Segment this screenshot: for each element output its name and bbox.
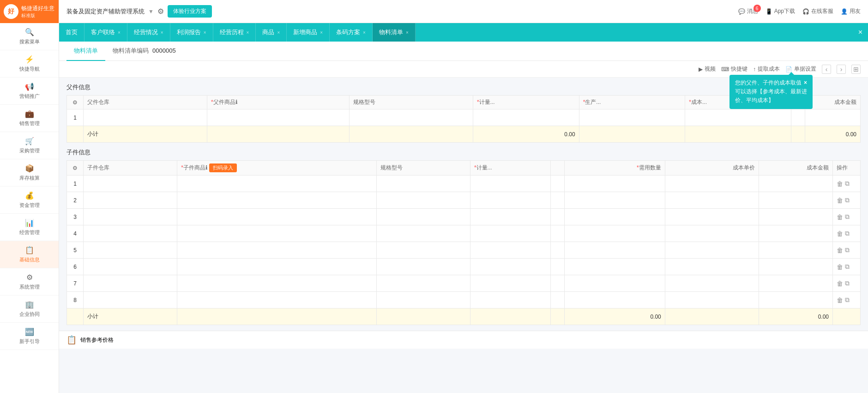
sidebar-item-search[interactable]: 🔍 搜索菜单 (0, 23, 59, 50)
tab-operation-history[interactable]: 经营历程× (213, 23, 256, 42)
child-row-7-cost-unit[interactable] (665, 275, 759, 292)
scroll-left-btn[interactable]: ‹ (822, 65, 831, 74)
sidebar-item-system[interactable]: ⚙ 系统管理 (0, 268, 59, 296)
tab-operation-status[interactable]: 经营情况× (127, 23, 170, 42)
video-tool[interactable]: ▶ 视频 (699, 65, 716, 73)
parent-row-1-goods[interactable] (207, 109, 350, 126)
child-row-1-spec[interactable] (376, 175, 470, 192)
sidebar-item-purchase[interactable]: 🛒 采购管理 (0, 132, 59, 159)
child-row-2-warehouse[interactable] (84, 192, 177, 209)
child-row-4-warehouse[interactable] (84, 225, 177, 242)
child-row-6-qty[interactable] (564, 259, 665, 275)
child-row-3-unit[interactable] (470, 209, 550, 225)
delete-icon-6[interactable]: 🗑 (837, 263, 843, 271)
parent-row-1-cost[interactable] (685, 109, 791, 126)
child-row-5-cost-unit[interactable] (665, 242, 759, 259)
child-row-8-qty[interactable] (564, 292, 665, 308)
online-support-item[interactable]: 🎧 在线客服 (802, 7, 833, 15)
parent-row-1-production[interactable] (579, 109, 685, 126)
close-operation-history[interactable]: × (247, 30, 249, 35)
copy-icon-1[interactable]: ⧉ (845, 180, 850, 187)
user-item[interactable]: 👤 用友 (841, 7, 861, 15)
child-row-8-cost-unit[interactable] (665, 292, 759, 308)
child-row-5-unit[interactable] (470, 242, 550, 259)
close-new-goods[interactable]: × (320, 30, 323, 35)
shortcut-tool[interactable]: ⌨ 快捷键 (721, 65, 747, 73)
sidebar-item-inventory[interactable]: 📦 库存核算 (0, 159, 59, 187)
child-row-8-warehouse[interactable] (84, 292, 177, 308)
child-row-1-goods[interactable] (177, 175, 376, 192)
delete-icon-4[interactable]: 🗑 (837, 230, 843, 237)
child-row-8-unit[interactable] (470, 292, 550, 308)
tab-barcode[interactable]: 条码方案× (330, 23, 373, 42)
copy-icon-7[interactable]: ⧉ (845, 279, 850, 287)
extract-cost-tool[interactable]: ↑ 提取成本 (753, 65, 780, 73)
child-row-5-goods[interactable] (177, 242, 376, 259)
parent-row-1-unit[interactable] (473, 109, 579, 126)
close-barcode[interactable]: × (363, 30, 366, 35)
tab-new-goods[interactable]: 新增商品× (287, 23, 330, 42)
scroll-right-btn[interactable]: › (837, 65, 846, 74)
child-row-7-unit[interactable] (470, 275, 550, 292)
close-customer[interactable]: × (118, 30, 121, 35)
child-row-1-cost-unit[interactable] (665, 175, 759, 192)
sidebar-item-basic-info[interactable]: 📋 基础信息 (0, 241, 59, 268)
child-row-1-unit[interactable] (470, 175, 550, 192)
copy-icon-3[interactable]: ⧉ (845, 213, 850, 221)
sidebar-item-quick-nav[interactable]: ⚡ 快捷导航 (0, 50, 59, 78)
child-row-4-spec[interactable] (376, 225, 470, 242)
tab-close-all[interactable]: × (853, 28, 868, 36)
copy-icon-2[interactable]: ⧉ (845, 196, 850, 204)
child-row-3-cost-unit[interactable] (665, 209, 759, 225)
tab-bom[interactable]: 物料清单× (373, 23, 416, 42)
delete-icon-5[interactable]: 🗑 (837, 247, 843, 254)
sidebar-item-guide[interactable]: 🆕 新手引导 (0, 323, 59, 350)
child-row-1-qty[interactable] (564, 175, 665, 192)
sidebar-item-enterprise[interactable]: 🏢 企业协同 (0, 296, 59, 323)
close-bom[interactable]: × (406, 30, 409, 35)
close-operation-status[interactable]: × (161, 30, 163, 35)
sidebar-item-finance[interactable]: 💰 资金管理 (0, 187, 59, 214)
child-row-6-cost-unit[interactable] (665, 259, 759, 275)
child-row-7-spec[interactable] (376, 275, 470, 292)
child-row-7-qty[interactable] (564, 275, 665, 292)
sub-tab-bom-list[interactable]: 物料清单 (66, 42, 105, 61)
child-row-6-goods[interactable] (177, 259, 376, 275)
child-row-3-qty[interactable] (564, 209, 665, 225)
tab-profit-report[interactable]: 利润报告× (170, 23, 213, 42)
copy-icon-8[interactable]: ⧉ (845, 296, 850, 304)
copy-icon-5[interactable]: ⧉ (845, 246, 850, 254)
delete-icon-7[interactable]: 🗑 (837, 280, 843, 287)
tab-goods[interactable]: 商品× (256, 23, 287, 42)
child-row-6-warehouse[interactable] (84, 259, 177, 275)
copy-icon-6[interactable]: ⧉ (845, 263, 850, 271)
child-row-5-warehouse[interactable] (84, 242, 177, 259)
child-row-2-spec[interactable] (376, 192, 470, 209)
tooltip-close-button[interactable]: × (804, 79, 807, 87)
copy-icon-4[interactable]: ⧉ (845, 230, 850, 237)
child-row-1-warehouse[interactable] (84, 175, 177, 192)
child-row-4-cost-unit[interactable] (665, 225, 759, 242)
child-row-7-warehouse[interactable] (84, 275, 177, 292)
gear-icon[interactable]: ⚙ (157, 7, 164, 16)
dropdown-icon[interactable]: ▼ (148, 8, 154, 15)
child-row-3-goods[interactable] (177, 209, 376, 225)
child-row-6-unit[interactable] (470, 259, 550, 275)
close-goods[interactable]: × (277, 30, 280, 35)
child-row-2-goods[interactable] (177, 192, 376, 209)
child-row-4-qty[interactable] (564, 225, 665, 242)
child-row-4-goods[interactable] (177, 225, 376, 242)
sidebar-item-operation[interactable]: 📊 经营管理 (0, 214, 59, 241)
parent-row-1-warehouse[interactable] (84, 109, 207, 126)
parent-row-1-spec[interactable] (349, 109, 473, 126)
child-row-5-qty[interactable] (564, 242, 665, 259)
sub-tab-bom-code[interactable]: 物料清单编码 0000005 (105, 42, 183, 61)
app-download-item[interactable]: 📱 App下载 (766, 7, 795, 15)
sidebar-item-marketing[interactable]: 📢 营销推广 (0, 78, 59, 105)
scan-button[interactable]: 扫码录入 (209, 163, 237, 172)
child-row-4-unit[interactable] (470, 225, 550, 242)
sidebar-item-sales[interactable]: 💼 销售管理 (0, 105, 59, 132)
delete-icon-3[interactable]: 🗑 (837, 213, 843, 221)
try-button[interactable]: 体验行业方案 (168, 5, 212, 18)
delete-icon-2[interactable]: 🗑 (837, 197, 843, 204)
